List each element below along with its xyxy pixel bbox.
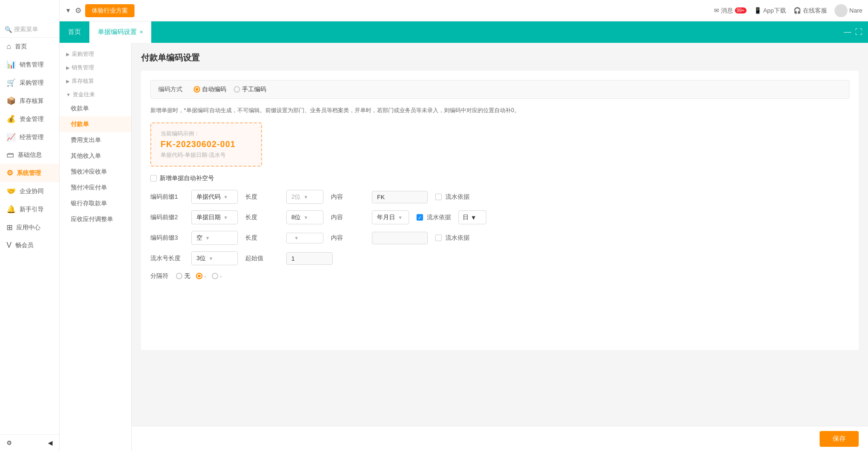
length1-label: 长度 xyxy=(245,193,279,201)
settings-footer-icon[interactable]: ⚙ xyxy=(7,439,12,446)
content1-input[interactable] xyxy=(372,191,428,203)
serial-length-label: 流水号长度 xyxy=(150,254,184,263)
basic-icon: 🗃 xyxy=(7,151,14,159)
stream2-unit-select[interactable]: 日 ▼ xyxy=(458,210,486,224)
header-middle: ▼ ⚙ 体验行业方案 xyxy=(65,4,714,17)
sub-group-capital[interactable]: ▼ 资金往来 xyxy=(60,87,131,101)
sidebar-item-guide[interactable]: 🔔 新手引导 xyxy=(0,200,59,218)
serial-length-select[interactable]: 3位 ▼ xyxy=(191,251,238,265)
header-dropdown[interactable]: ▼ xyxy=(65,7,71,14)
tab-encode-setting[interactable]: 单据编码设置 × xyxy=(89,21,151,43)
length3-label: 长度 xyxy=(245,234,279,242)
arrow-icon: ▶ xyxy=(66,79,70,84)
sep-dash[interactable]: · xyxy=(212,273,222,280)
sub-group-sales[interactable]: ▶ 销售管理 xyxy=(60,60,131,74)
prefix1-select[interactable]: 单据代码 ▼ xyxy=(191,190,238,204)
content1-label: 内容 xyxy=(331,193,364,201)
sub-group-inventory[interactable]: ▶ 库存核算 xyxy=(60,74,131,87)
auto-fill-checkbox[interactable] xyxy=(150,175,157,182)
sidebar-item-collab[interactable]: 🤝 企业协同 xyxy=(0,182,59,200)
operation-icon: 📈 xyxy=(7,133,16,141)
content3-input[interactable] xyxy=(372,232,428,244)
sidebar-item-home[interactable]: ⌂ 首页 xyxy=(0,38,59,55)
sidebar-item-basic[interactable]: 🗃 基础信息 xyxy=(0,146,59,164)
sidebar-item-sales[interactable]: 📊 销售管理 xyxy=(0,55,59,74)
content-card: 编码方式 自动编码 手工编码 新增单据时，*单据编码'自动生成，不可编辑。前缀设… xyxy=(141,71,859,350)
nav-tabs: 首页 单据编码设置 × — ⛶ xyxy=(60,21,868,43)
content2-select[interactable]: 年月日 ▼ xyxy=(372,210,409,224)
inventory-icon: 📦 xyxy=(7,96,16,105)
sub-group-purchase[interactable]: ▶ 采购管理 xyxy=(60,47,131,60)
stream3-checkbox[interactable] xyxy=(435,235,442,241)
sidebar-item-appcenter[interactable]: ⊞ 应用中心 xyxy=(0,218,59,236)
prefix1-label: 编码前缀1 xyxy=(150,193,184,201)
message-icon: ✉ xyxy=(714,7,719,14)
save-button[interactable]: 保存 xyxy=(820,431,859,447)
message-item[interactable]: ✉ 消息 99+ xyxy=(714,7,747,15)
main-content: 付款单编码设置 编码方式 自动编码 手工编码 新增单据时，*单据编码'自动生成，… xyxy=(132,43,868,451)
tab-close-icon[interactable]: × xyxy=(140,29,143,35)
sidebar-item-inventory[interactable]: 📦 库存核算 xyxy=(0,92,59,110)
encode-method-row: 编码方式 自动编码 手工编码 xyxy=(150,80,849,99)
purchase-icon: 🛒 xyxy=(7,78,16,87)
prefix2-row: 编码前缀2 单据日期 ▼ 长度 8位 ▼ 内容 年月日 ▼ ✓ 流水依据 日 ▼ xyxy=(150,210,849,224)
content3-label: 内容 xyxy=(331,234,364,242)
prefix3-label: 编码前缀3 xyxy=(150,234,184,242)
sub-item-payment[interactable]: 付款单 xyxy=(60,116,131,132)
length1-select[interactable]: 2位 ▼ xyxy=(286,190,323,204)
settings-icon[interactable]: ⚙ xyxy=(75,6,81,15)
sidebar-footer: ⚙ ◀ xyxy=(0,434,59,451)
guide-icon: 🔔 xyxy=(7,205,16,214)
sidebar-item-purchase[interactable]: 🛒 采购管理 xyxy=(0,74,59,92)
sep-dot[interactable]: · xyxy=(196,273,206,280)
sidebar-search[interactable]: 🔍 搜索菜单 xyxy=(0,21,59,38)
sub-item-advance-pay[interactable]: 预付冲应付单 xyxy=(60,180,131,195)
sub-item-bank[interactable]: 银行存取款单 xyxy=(60,195,131,211)
message-badge: 99+ xyxy=(735,7,747,13)
prefix3-select[interactable]: 空 ▼ xyxy=(191,231,238,245)
sub-item-advance-recv[interactable]: 预收冲应收单 xyxy=(60,164,131,180)
sep-dash-label: · xyxy=(220,273,222,280)
stream2-group: ✓ 流水依据 xyxy=(417,213,451,222)
stream1-label: 流水依据 xyxy=(445,193,470,201)
prefix3-row: 编码前缀3 空 ▼ 长度 ▼ 内容 流水依据 xyxy=(150,231,849,245)
sidebar-item-finance[interactable]: 💰 资金管理 xyxy=(0,110,59,128)
sidebar-item-operation[interactable]: 📈 经营管理 xyxy=(0,128,59,146)
sub-item-adjustment[interactable]: 应收应付调整单 xyxy=(60,211,131,227)
minimize-btn[interactable]: — xyxy=(844,28,851,36)
expand-btn[interactable]: ⛶ xyxy=(855,28,862,36)
serial-row: 流水号长度 3位 ▼ 起始值 xyxy=(150,251,849,265)
length3-select[interactable]: ▼ xyxy=(286,233,323,243)
radio-manual[interactable]: 手工编码 xyxy=(234,85,266,94)
unit-arrow: ▼ xyxy=(471,214,477,221)
sidebar-item-member[interactable]: V 畅会员 xyxy=(0,236,59,254)
stream3-label: 流水依据 xyxy=(445,234,470,242)
app-download-item[interactable]: 📱 App下载 xyxy=(754,7,786,15)
separator-label: 分隔符 xyxy=(150,272,168,280)
user-item[interactable]: Nare xyxy=(834,4,862,17)
page-title: 付款单编码设置 xyxy=(141,52,859,63)
prefix2-select[interactable]: 单据日期 ▼ xyxy=(191,210,238,224)
sub-item-expense[interactable]: 费用支出单 xyxy=(60,132,131,148)
sub-item-receipt[interactable]: 收款单 xyxy=(60,101,131,116)
sep-dash-dot xyxy=(212,273,218,279)
sidebar-item-system[interactable]: ⚙ 系统管理 xyxy=(0,164,59,182)
tab-home[interactable]: 首页 xyxy=(60,21,89,43)
bottom-bar: 保存 xyxy=(132,426,868,451)
sub-item-other-income[interactable]: 其他收入单 xyxy=(60,148,131,164)
trial-button[interactable]: 体验行业方案 xyxy=(85,4,135,17)
user-name: Nare xyxy=(849,7,862,14)
arrow-down-icon: ▼ xyxy=(66,92,71,97)
length2-select[interactable]: 8位 ▼ xyxy=(286,210,323,224)
stream1-checkbox[interactable] xyxy=(435,194,442,200)
sep-none[interactable]: 无 xyxy=(176,272,190,280)
content2-label: 内容 xyxy=(331,213,364,222)
content2-arrow: ▼ xyxy=(398,215,403,220)
online-service-item[interactable]: 🎧 在线客服 xyxy=(794,7,827,15)
length1-arrow: ▼ xyxy=(303,195,308,200)
member-icon: V xyxy=(7,241,12,249)
start-value-input[interactable] xyxy=(286,252,333,265)
stream2-checkbox[interactable]: ✓ xyxy=(417,214,423,221)
radio-auto[interactable]: 自动编码 xyxy=(194,85,226,94)
collapse-icon[interactable]: ◀ xyxy=(48,439,53,446)
